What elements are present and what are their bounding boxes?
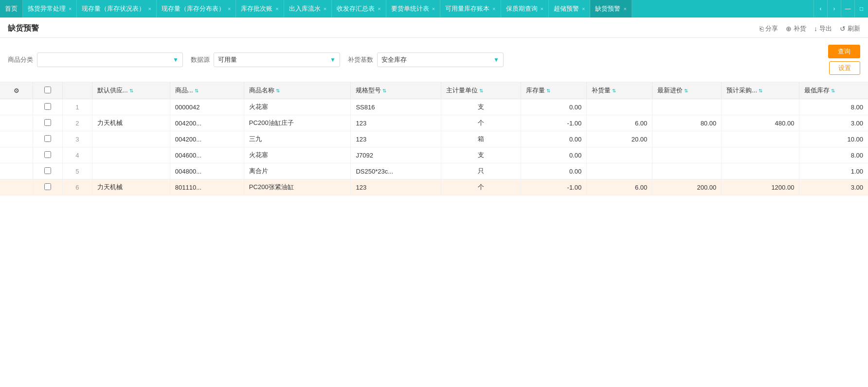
row-checkbox[interactable]	[44, 135, 51, 142]
row-checkbox-cell[interactable]	[33, 99, 63, 115]
settings-button[interactable]: 设置	[829, 61, 860, 75]
row-settings-cell	[0, 131, 33, 147]
row-checkbox[interactable]	[44, 183, 51, 190]
th-spec[interactable]: 规格型号 ⇅	[351, 82, 441, 99]
replenish-base-select[interactable]: 安全库存 ▼	[377, 53, 504, 67]
nav-tab-6-label: 收发存汇总表	[337, 4, 375, 13]
row-checkbox-cell[interactable]	[33, 179, 63, 195]
row-stock: -1.00	[521, 179, 587, 195]
row-latest-price	[652, 147, 722, 163]
th-settings[interactable]: ⚙	[0, 82, 33, 99]
row-number: 2	[62, 115, 92, 131]
row-latest-price	[652, 163, 722, 179]
row-replenish	[587, 163, 652, 179]
row-checkbox[interactable]	[44, 167, 51, 174]
row-name: 火花塞	[244, 147, 351, 163]
row-supplier	[92, 131, 170, 147]
th-name[interactable]: 商品名称 ⇅	[244, 82, 351, 99]
export-button[interactable]: ↓ 导出	[814, 24, 832, 33]
datasource-label: 数据源	[191, 55, 210, 64]
nav-tab-10[interactable]: 超储预警 ×	[549, 0, 590, 18]
th-replenish[interactable]: 补货量 ⇅	[587, 82, 652, 99]
row-checkbox-cell[interactable]	[33, 131, 63, 147]
close-tab-10-icon[interactable]: ×	[582, 6, 585, 12]
nav-tab-8[interactable]: 可用量库存账本 ×	[440, 0, 501, 18]
nav-tab-7-label: 要货单统计表	[391, 4, 429, 13]
row-spec: 123	[351, 179, 441, 195]
row-code: 004800...	[170, 163, 244, 179]
row-min-stock: 10.00	[799, 131, 868, 147]
row-code: 004200...	[170, 131, 244, 147]
row-checkbox-cell[interactable]	[33, 163, 63, 179]
replenish-button[interactable]: ⊕ 补货	[786, 24, 806, 33]
close-tab-11-icon[interactable]: ×	[623, 6, 626, 12]
row-checkbox-cell[interactable]	[33, 115, 63, 131]
th-name-label: 商品名称	[249, 86, 274, 95]
close-tab-4-icon[interactable]: ×	[275, 6, 278, 12]
close-tab-9-icon[interactable]: ×	[541, 6, 543, 12]
nav-prev-button[interactable]: ‹	[814, 0, 827, 18]
th-supplier[interactable]: 默认供应... ⇅	[92, 82, 170, 99]
datasource-select[interactable]: 可用量 ▼	[214, 53, 340, 67]
nav-tab-5[interactable]: 出入库流水 ×	[284, 0, 332, 18]
th-spec-label: 规格型号	[356, 86, 381, 95]
row-stock: 0.00	[521, 99, 587, 115]
row-checkbox-cell[interactable]	[33, 147, 63, 163]
close-tab-5-icon[interactable]: ×	[324, 6, 326, 12]
nav-tab-4[interactable]: 库存批次账 ×	[236, 0, 284, 18]
row-forecast-purchase	[722, 131, 799, 147]
nav-tab-2[interactable]: 现存量（库存状况表） ×	[77, 0, 156, 18]
nav-tab-home[interactable]: 首页	[0, 0, 23, 18]
data-table: ⚙ 默认供应... ⇅ 商品...	[0, 82, 868, 195]
category-dropdown-icon: ▼	[173, 56, 179, 63]
share-label: 分享	[765, 24, 778, 33]
th-forecast-label: 预计采购...	[726, 86, 757, 95]
category-select[interactable]: ▼	[37, 53, 183, 67]
query-button[interactable]: 查询	[828, 45, 860, 58]
nav-tab-1[interactable]: 拣货异常处理 ×	[23, 0, 77, 18]
row-stock: 0.00	[521, 131, 587, 147]
close-tab-1-icon[interactable]: ×	[69, 6, 72, 12]
nav-tab-11[interactable]: 缺货预警 ×	[590, 0, 632, 18]
th-code[interactable]: 商品... ⇅	[170, 82, 244, 99]
window-minimize-button[interactable]: —	[841, 0, 854, 18]
datasource-dropdown-icon: ▼	[330, 56, 336, 63]
nav-next-button[interactable]: ›	[827, 0, 841, 18]
nav-tab-7[interactable]: 要货单统计表 ×	[386, 0, 440, 18]
category-label: 商品分类	[8, 55, 33, 64]
row-checkbox[interactable]	[44, 151, 51, 158]
close-tab-3-icon[interactable]: ×	[228, 6, 231, 12]
row-min-stock: 3.00	[799, 179, 868, 195]
close-tab-7-icon[interactable]: ×	[432, 6, 435, 12]
min-sort-icon: ⇅	[831, 88, 835, 93]
nav-tab-3[interactable]: 现存量（库存分布表） ×	[157, 0, 236, 18]
share-button[interactable]: ⎗ 分享	[760, 24, 778, 33]
row-unit: 箱	[441, 131, 521, 147]
nav-tab-1-label: 拣货异常处理	[28, 4, 66, 13]
th-checkbox[interactable]	[33, 82, 63, 99]
supplier-sort-icon: ⇅	[129, 88, 133, 93]
nav-tab-6[interactable]: 收发存汇总表 ×	[332, 0, 386, 18]
row-checkbox[interactable]	[44, 119, 51, 126]
th-latest-price-label: 最新进价	[657, 86, 683, 95]
window-maximize-button[interactable]: □	[854, 0, 868, 18]
th-min-stock[interactable]: 最低库存 ⇅	[799, 82, 868, 99]
row-stock: 0.00	[521, 163, 587, 179]
th-unit[interactable]: 主计量单位 ⇅	[441, 82, 521, 99]
th-stock[interactable]: 库存量 ⇅	[521, 82, 587, 99]
close-tab-6-icon[interactable]: ×	[378, 6, 380, 12]
nav-tab-9[interactable]: 保质期查询 ×	[501, 0, 549, 18]
replenish-dropdown-icon: ▼	[493, 56, 499, 63]
row-code: 004600...	[170, 147, 244, 163]
row-spec: 123	[351, 131, 441, 147]
select-all-checkbox[interactable]	[44, 87, 51, 93]
row-name: 离合片	[244, 163, 351, 179]
row-checkbox[interactable]	[44, 103, 51, 110]
refresh-button[interactable]: ↺ 刷新	[840, 24, 860, 33]
row-supplier	[92, 99, 170, 115]
th-forecast[interactable]: 预计采购... ⇅	[722, 82, 799, 99]
th-latest-price[interactable]: 最新进价 ⇅	[652, 82, 722, 99]
close-tab-2-icon[interactable]: ×	[148, 6, 151, 12]
row-replenish	[587, 147, 652, 163]
close-tab-8-icon[interactable]: ×	[492, 6, 495, 12]
